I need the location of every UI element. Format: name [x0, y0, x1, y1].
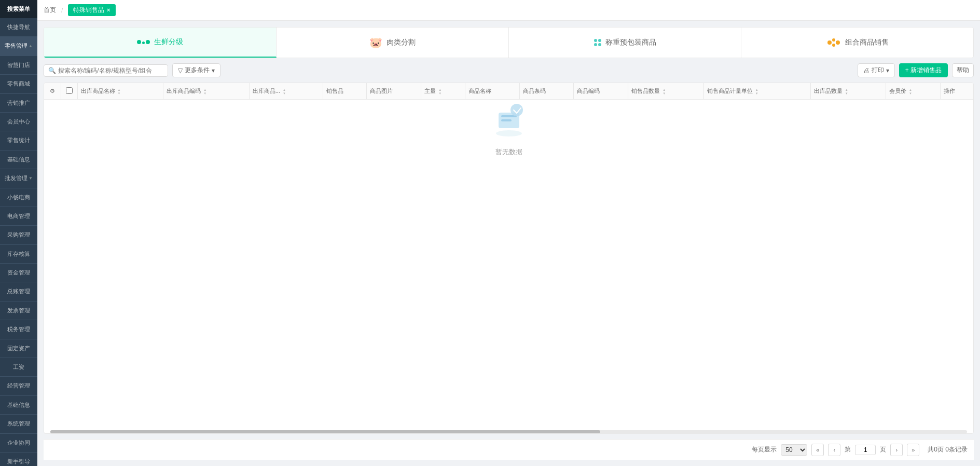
th-name[interactable]: 商品名称	[465, 83, 519, 100]
combo-icon	[826, 37, 841, 48]
sidebar-item-pifa[interactable]: 批发管理 ▼	[0, 169, 37, 188]
scrollbar-thumb[interactable]	[50, 430, 600, 433]
sidebar-logo[interactable]: 搜索菜单	[0, 0, 37, 18]
page-size-select[interactable]: 50 20 100	[781, 444, 807, 456]
sidebar-item-dianshang[interactable]: 电商管理	[0, 207, 37, 226]
sidebar-item-xiaochang[interactable]: 小畅电商	[0, 188, 37, 207]
data-table: ⚙ 出库商品名称 ▲▼ 出库商品编码 ▲▼	[44, 83, 973, 100]
sidebar-item-xitong[interactable]: 系统管理	[0, 415, 37, 433]
main-area: 首页 / 特殊销售品 ✕ 生鲜分级 🐷 肉类分割	[37, 0, 980, 466]
sort-arrows: ▲▼	[118, 88, 121, 95]
cat-tab-combo[interactable]: 组合商品销售	[741, 28, 973, 58]
sidebar-item-shuiwu[interactable]: 税务管理	[0, 320, 37, 339]
sidebar-item-shangcheng[interactable]: 零售商城	[0, 75, 37, 93]
th-sku-code[interactable]: 商品编码	[574, 83, 628, 100]
breadcrumb-home[interactable]: 首页	[44, 6, 56, 15]
select-all-checkbox[interactable]	[66, 87, 73, 94]
sidebar-item-lingshoutongji[interactable]: 零售统计	[0, 131, 37, 150]
weight-icon	[594, 39, 601, 46]
svg-point-4	[496, 130, 522, 136]
th-main-unit[interactable]: 主量 ▲▼	[421, 83, 465, 100]
sidebar-item-kuaijie[interactable]: 快捷导航	[0, 18, 37, 37]
svg-point-1	[832, 38, 835, 42]
search-icon: 🔍	[48, 67, 56, 74]
cat-tab-meat-label: 肉类分割	[387, 38, 416, 47]
first-page-button[interactable]: «	[811, 444, 824, 456]
sidebar-item-huiyuan[interactable]: 会员中心	[0, 113, 37, 131]
cat-tab-fresh[interactable]: 生鲜分级	[44, 28, 277, 58]
empty-state: 暂无数据	[44, 100, 973, 157]
help-button[interactable]: 帮助	[952, 63, 974, 77]
svg-point-3	[832, 44, 835, 47]
sort-arrows: ▲▼	[283, 88, 286, 95]
th-member-price[interactable]: 会员价 ▲▼	[886, 83, 941, 100]
th-barcode[interactable]: 商品条码	[519, 83, 574, 100]
category-tabs: 生鲜分级 🐷 肉类分割 称重预包装商品	[44, 27, 974, 58]
sidebar-item-zhihui[interactable]: 智慧门店	[0, 56, 37, 75]
th-sale-unit[interactable]: 销售商品计量单位 ▲▼	[703, 83, 810, 100]
sidebar-item-zhangzhang[interactable]: 总账管理	[0, 282, 37, 301]
page-label-pre: 第	[845, 445, 851, 454]
add-button[interactable]: + 新增销售品	[899, 63, 948, 77]
cat-tab-weight[interactable]: 称重预包装商品	[509, 28, 741, 58]
sidebar-item-jichu1[interactable]: 基础信息	[0, 150, 37, 169]
th-check[interactable]	[61, 83, 77, 100]
print-icon: 🖨	[863, 67, 869, 74]
th-out-qty[interactable]: 出库品数量 ▲▼	[810, 83, 886, 100]
toolbar-right: 🖨 打印 ▾ + 新增销售品 帮助	[858, 63, 974, 77]
th-out-name[interactable]: 出库商品名称 ▲▼	[77, 83, 163, 100]
sidebar-item-zijin[interactable]: 资金管理	[0, 264, 37, 282]
th-sale-qty[interactable]: 销售品数量 ▲▼	[628, 83, 703, 100]
cat-tab-meat[interactable]: 🐷 肉类分割	[277, 28, 509, 58]
last-page-button[interactable]: »	[907, 444, 919, 456]
sidebar: 搜索菜单 快捷导航 零售管理 ▲ 智慧门店 零售商城 营销推广 会员中心 零售统…	[0, 0, 37, 466]
th-sale-item[interactable]: 销售品	[323, 83, 367, 100]
content-area: 生鲜分级 🐷 肉类分割 称重预包装商品	[37, 21, 980, 466]
sort-arrows: ▲▼	[845, 88, 848, 95]
sidebar-item-yingxiao[interactable]: 营销推广	[0, 94, 37, 113]
breadcrumb-separator: /	[61, 7, 63, 14]
sidebar-item-fapiao[interactable]: 发票管理	[0, 301, 37, 320]
tab-close-icon[interactable]: ✕	[106, 7, 111, 13]
chevron-up-icon: ▲	[29, 43, 33, 49]
th-out-code[interactable]: 出库商品编码 ▲▼	[163, 83, 250, 100]
svg-rect-7	[501, 119, 512, 121]
settings-col-icon: ⚙	[50, 88, 55, 94]
sidebar-item-jingying[interactable]: 经营管理	[0, 377, 37, 395]
table-scroll[interactable]: ⚙ 出库商品名称 ▲▼ 出库商品编码 ▲▼	[44, 83, 973, 430]
svg-point-0	[827, 40, 832, 45]
empty-illustration	[488, 100, 530, 141]
page-number-input[interactable]	[855, 445, 876, 455]
sort-arrows: ▲▼	[203, 88, 206, 95]
search-box[interactable]: 🔍	[44, 64, 168, 77]
chevron-down-icon: ▼	[29, 175, 33, 181]
sidebar-item-kucun[interactable]: 库存核算	[0, 245, 37, 264]
th-setting[interactable]: ⚙	[44, 83, 61, 100]
filter-label: 更多条件	[185, 66, 210, 75]
sidebar-item-xinshou[interactable]: 新手引导	[0, 453, 37, 466]
sidebar-item-caigou[interactable]: 采购管理	[0, 226, 37, 244]
print-chevron-icon: ▾	[886, 67, 889, 74]
table-header-row: ⚙ 出库商品名称 ▲▼ 出库商品编码 ▲▼	[44, 83, 973, 100]
print-button[interactable]: 🖨 打印 ▾	[858, 63, 895, 77]
toolbar-left: 🔍 ▽ 更多条件 ▾	[44, 63, 220, 77]
th-action: 操作	[940, 83, 973, 100]
horizontal-scrollbar[interactable]	[50, 430, 967, 433]
sidebar-item-jichu2[interactable]: 基础信息	[0, 396, 37, 415]
search-input[interactable]	[58, 67, 163, 74]
active-tab-label: 特殊销售品	[73, 6, 104, 15]
sidebar-item-qiye[interactable]: 企业协同	[0, 434, 37, 453]
sidebar-item-lingshou[interactable]: 零售管理 ▲	[0, 37, 37, 56]
toolbar: 🔍 ▽ 更多条件 ▾ 🖨 打印 ▾ + 新增销售品	[44, 63, 974, 77]
active-tab[interactable]: 特殊销售品 ✕	[68, 4, 116, 16]
prev-page-button[interactable]: ‹	[828, 444, 840, 456]
fresh-icon	[137, 40, 150, 44]
next-page-button[interactable]: ›	[890, 444, 903, 456]
th-out-spec[interactable]: 出库商品... ▲▼	[249, 83, 323, 100]
filter-button[interactable]: ▽ 更多条件 ▾	[172, 63, 220, 77]
pagination-total: 共0页 0条记录	[928, 445, 968, 454]
sidebar-item-gongzi[interactable]: 工资	[0, 358, 37, 377]
sort-arrows: ▲▼	[662, 88, 666, 95]
th-image[interactable]: 商品图片	[367, 83, 421, 100]
sidebar-item-gudingzichan[interactable]: 固定资产	[0, 339, 37, 358]
